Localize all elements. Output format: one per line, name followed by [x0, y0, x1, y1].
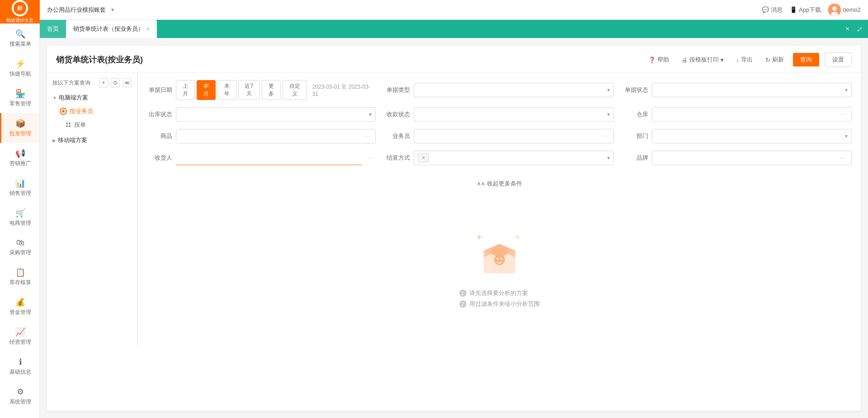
app-name: 畅捷通好生意: [6, 17, 33, 24]
step1-text: 请先选择要分析的方案: [469, 289, 528, 297]
last-month-btn[interactable]: 上月: [176, 80, 195, 100]
outbound-select[interactable]: ▾: [176, 107, 376, 122]
collapse-btn[interactable]: ∧∧ 收起更多条件: [472, 178, 528, 190]
settlement-select[interactable]: × ▾: [414, 151, 613, 165]
svg-rect-6: [69, 123, 71, 124]
print-dropdown-icon: ▾: [721, 57, 724, 63]
close-window-btn[interactable]: ×: [844, 23, 851, 35]
last7-btn[interactable]: 近7天: [238, 80, 260, 100]
scheme-item-by-order[interactable]: 按单: [51, 118, 133, 132]
box-icon: 📦: [15, 119, 25, 128]
svg-rect-7: [66, 125, 68, 127]
sidebar-item-wholesale[interactable]: 📦 批发管理: [0, 113, 39, 143]
sidebar-item-purchase[interactable]: 🛍 采购管理: [0, 233, 39, 262]
sidebar: 好 畅捷通好生意 🔍 搜索菜单 ⚡ 快捷导航 🏪 零售管理 📦 批发管理: [0, 0, 40, 418]
payment-select[interactable]: ▾: [414, 107, 613, 122]
scheme-item-salesperson[interactable]: 按业务员: [51, 104, 133, 118]
filter-dept-item: 部门 ▾: [623, 129, 852, 143]
scheme-header-icons: + ⊙ ≪: [99, 78, 132, 87]
sidebar-item-basic-info[interactable]: ℹ 基础信息: [0, 352, 39, 381]
brand-select[interactable]: ···: [652, 151, 852, 165]
tab-close-icon[interactable]: ×: [146, 26, 150, 32]
empty-illustration: [472, 226, 527, 280]
current-year-btn[interactable]: 本年: [217, 80, 236, 100]
print-btn[interactable]: 🖨 按模板打印 ▾: [678, 54, 727, 66]
doctype-arrow-icon: ▾: [607, 87, 610, 93]
sidebar-item-marketing[interactable]: 📢 营销推广: [0, 143, 39, 173]
lightning-icon: ⚡: [15, 59, 25, 69]
scheme-edit-btn[interactable]: ⊙: [111, 78, 120, 87]
app-download-btn[interactable]: 📱 App下载: [790, 6, 821, 14]
more-btn[interactable]: 更多: [262, 80, 281, 100]
custom-btn[interactable]: 自定义: [283, 80, 307, 100]
settlement-label: 结算方式: [385, 154, 410, 162]
collapse-up-icon: ∧∧: [477, 180, 485, 187]
docstatus-select[interactable]: ▾: [652, 83, 852, 97]
refresh-btn[interactable]: ↻ 刷新: [762, 54, 788, 66]
sidebar-item-system[interactable]: ⚙ 系统管理: [0, 381, 39, 411]
tab-home[interactable]: 首页: [40, 20, 66, 38]
outbound-label: 出库状态: [147, 110, 172, 119]
sidebar-item-inventory[interactable]: 📋 库存核算: [0, 262, 39, 292]
sidebar-item-operations[interactable]: 📈 经营管理: [0, 322, 39, 352]
tab-report[interactable]: 销货单统计表（按业务员） ×: [66, 20, 157, 38]
scheme-salesperson-label: 按业务员: [70, 107, 93, 115]
filter-product-item: 商品 ···: [147, 129, 376, 143]
filter-outbound-item: 出库状态 ▾: [147, 107, 376, 122]
doctype-select[interactable]: ▾: [414, 83, 613, 97]
home-tab-label: 首页: [47, 25, 59, 33]
warehouse-dots: ···: [838, 110, 848, 119]
filter-row-2: 出库状态 ▾ 收款状态 ▾: [147, 107, 852, 122]
warehouse-select[interactable]: ···: [652, 107, 852, 122]
sidebar-item-label: 销售管理: [9, 190, 31, 197]
sidebar-item-ecommerce[interactable]: 🛒 电商管理: [0, 203, 39, 233]
docstatus-arrow-icon: ▾: [845, 87, 848, 93]
page-actions: ❓ 帮助 🖨 按模板打印 ▾ ↓ 导出 ↻: [645, 52, 852, 67]
scheme-collapse-btn[interactable]: ≪: [123, 78, 132, 87]
scheme-desktop-label: 电脑端方案: [59, 94, 88, 102]
account-title: 办公用品行业模拟账套: [47, 6, 106, 14]
sidebar-item-finance[interactable]: 💰 资金管理: [0, 292, 39, 322]
settings-btn[interactable]: 设置: [825, 52, 852, 67]
topbar-left: 办公用品行业模拟账套 ▾: [47, 6, 114, 14]
scheme-add-btn[interactable]: +: [99, 78, 108, 87]
trending-icon: 📈: [15, 327, 25, 337]
expand-window-btn[interactable]: ⤢: [855, 23, 864, 35]
search-icon: 🔍: [15, 29, 25, 39]
user-menu[interactable]: demo2: [828, 4, 861, 16]
help-btn[interactable]: ❓ 帮助: [645, 54, 673, 66]
sidebar-item-sales[interactable]: 📊 销售管理: [0, 173, 39, 203]
account-dropdown-icon[interactable]: ▾: [111, 6, 114, 13]
topbar-right: 💬 消息 📱 App下载 demo2: [762, 4, 861, 16]
sidebar-item-label: 资金管理: [9, 309, 31, 316]
sidebar-item-label: 营销推广: [9, 160, 31, 167]
message-btn[interactable]: 💬 消息: [762, 6, 783, 14]
product-select[interactable]: ···: [176, 129, 376, 143]
brand-label: 品牌: [623, 154, 648, 162]
clipboard-icon: 📋: [15, 267, 25, 277]
export-btn[interactable]: ↓ 导出: [733, 54, 757, 66]
settlement-tag-close[interactable]: ×: [422, 155, 425, 161]
sidebar-item-search[interactable]: 🔍 搜索菜单: [0, 24, 39, 53]
salesperson-select[interactable]: ···: [414, 129, 613, 143]
scheme-mobile-header[interactable]: ▶ 移动端方案: [51, 133, 133, 147]
app-logo[interactable]: 好 畅捷通好生意: [0, 0, 40, 24]
user-avatar: [828, 4, 841, 16]
warehouse-label: 仓库: [623, 110, 648, 119]
sidebar-item-quicknav[interactable]: ⚡ 快捷导航: [0, 53, 39, 83]
product-label: 商品: [147, 132, 172, 140]
info-icon: ℹ: [19, 357, 22, 367]
docstatus-label: 单据状态: [623, 86, 648, 94]
filter-brand-item: 品牌 ···: [623, 151, 852, 165]
current-month-btn[interactable]: 本月: [197, 80, 216, 100]
sidebar-item-enterprise[interactable]: 👥 企业协同: [0, 411, 39, 418]
sidebar-item-retail[interactable]: 🏪 零售管理: [0, 83, 39, 113]
scheme-desktop-header[interactable]: ▼ 电脑端方案: [51, 91, 133, 104]
empty-step-2: 2 用过滤条件来缩小分析范围: [459, 300, 540, 308]
doctype-label: 单据类型: [385, 86, 410, 94]
query-btn[interactable]: 查询: [793, 53, 819, 66]
scheme-header: 按以下方案查询 + ⊙ ≪: [47, 78, 137, 91]
dept-select[interactable]: ▾: [652, 129, 852, 143]
consignee-input[interactable]: [176, 151, 363, 165]
product-dots: ···: [362, 132, 372, 140]
